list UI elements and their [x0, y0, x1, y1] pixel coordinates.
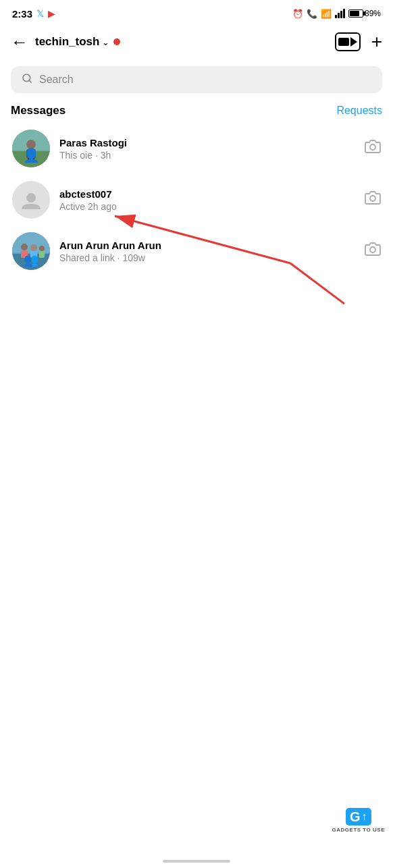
- message-item-abctest[interactable]: abctest007 Active 2h ago: [5, 174, 388, 225]
- alarm-icon: ⏰: [292, 9, 303, 19]
- back-button[interactable]: ←: [11, 33, 28, 51]
- search-icon: [22, 73, 32, 86]
- camera-body-icon: [338, 38, 349, 46]
- header-actions: +: [335, 31, 382, 53]
- requests-link[interactable]: Requests: [336, 105, 382, 117]
- battery-text: 89%: [365, 9, 381, 18]
- twitter-icon: 𝕏: [36, 8, 44, 19]
- svg-rect-18: [30, 251, 37, 258]
- header: ← techin_tosh ⌄ +: [0, 24, 393, 59]
- avatar-abctest: [12, 181, 50, 219]
- contact-name-abctest: abctest007: [59, 188, 355, 200]
- svg-point-15: [21, 244, 28, 250]
- svg-rect-3: [12, 150, 50, 167]
- online-dot: [113, 38, 120, 45]
- message-info-abctest: abctest007 Active 2h ago: [59, 188, 355, 212]
- avatar-arun: [12, 232, 50, 270]
- svg-point-11: [370, 196, 375, 201]
- message-item-arun[interactable]: Arun Arun Arun Arun Shared a link · 109w: [5, 225, 388, 277]
- svg-point-9: [370, 144, 375, 150]
- camera-action-icon-arun[interactable]: [365, 241, 381, 261]
- youtube-icon: ▶: [48, 8, 55, 19]
- status-right: ⏰ 📞 📶 89%: [292, 9, 381, 19]
- svg-rect-16: [21, 250, 28, 258]
- watermark-text: GADGETS TO USE: [332, 827, 385, 833]
- svg-rect-6: [26, 149, 36, 159]
- svg-rect-20: [39, 251, 45, 258]
- svg-point-19: [39, 246, 45, 251]
- svg-point-5: [26, 140, 36, 149]
- svg-rect-8: [32, 157, 34, 163]
- message-item-paras[interactable]: Paras Rastogi This oie · 3h: [5, 123, 388, 174]
- svg-rect-7: [28, 157, 30, 163]
- camera-action-icon-abctest[interactable]: [365, 190, 381, 210]
- camera-lens-icon: [350, 37, 357, 47]
- messages-section-title: Messages: [11, 104, 66, 117]
- svg-rect-14: [12, 232, 50, 254]
- header-title-group: techin_tosh ⌄: [35, 35, 335, 49]
- wifi-icon: 📶: [321, 9, 332, 19]
- message-list: Paras Rastogi This oie · 3h abctest007 A…: [0, 123, 393, 277]
- svg-point-21: [370, 247, 375, 252]
- message-info-paras: Paras Rastogi This oie · 3h: [59, 137, 355, 161]
- message-info-arun: Arun Arun Arun Arun Shared a link · 109w: [59, 240, 355, 263]
- compose-button[interactable]: +: [371, 31, 382, 53]
- svg-line-1: [29, 80, 31, 82]
- call-icon: 📞: [307, 9, 317, 19]
- watermark: G ↑ GADGETS TO USE: [332, 808, 385, 833]
- chevron-down-icon[interactable]: ⌄: [102, 37, 109, 47]
- camera-action-icon-paras[interactable]: [365, 138, 381, 159]
- home-indicator: [163, 860, 230, 863]
- contact-name-paras: Paras Rastogi: [59, 137, 355, 148]
- video-call-button[interactable]: [335, 32, 361, 51]
- avatar-paras: [12, 130, 50, 167]
- search-placeholder: Search: [39, 74, 74, 86]
- search-box[interactable]: Search: [11, 66, 382, 93]
- header-username: techin_tosh: [35, 35, 99, 49]
- search-container: Search: [0, 59, 393, 100]
- section-header: Messages Requests: [0, 100, 393, 123]
- svg-point-17: [30, 244, 37, 251]
- signal-icon: [335, 9, 345, 18]
- status-bar: 2:33 𝕏 ▶ ⏰ 📞 📶 89%: [0, 0, 393, 24]
- message-preview-abctest: Active 2h ago: [59, 201, 355, 212]
- message-preview-paras: This oie · 3h: [59, 150, 355, 161]
- contact-name-arun: Arun Arun Arun Arun: [59, 240, 355, 251]
- battery-icon: 89%: [348, 9, 381, 18]
- message-preview-arun: Shared a link · 109w: [59, 252, 355, 263]
- svg-point-10: [26, 193, 36, 202]
- status-left: 2:33 𝕏 ▶: [12, 8, 55, 20]
- status-time: 2:33: [12, 8, 32, 20]
